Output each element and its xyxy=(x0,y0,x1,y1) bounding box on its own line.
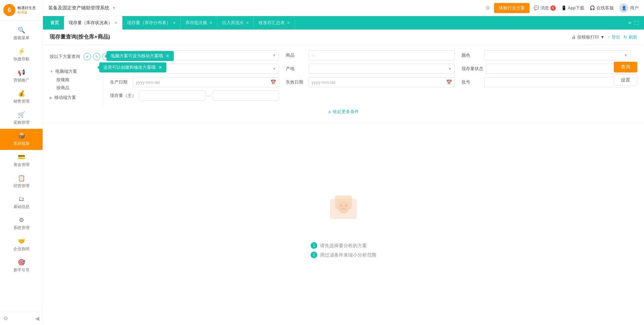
sidebar-item-inventory[interactable]: 📦 库存核算 xyxy=(0,129,43,150)
tab-batch-ledger[interactable]: 库存批次账 ✕ xyxy=(181,16,217,30)
goods-select[interactable]: ··· xyxy=(309,50,455,60)
edit-tooltip-close[interactable]: ✕ xyxy=(158,65,162,70)
headset-icon: 🎧 xyxy=(590,5,595,10)
query-button[interactable]: 查询 xyxy=(614,62,637,72)
filter-row-1: 仓库 ··· ▼ 商品 ··· xyxy=(110,50,631,60)
export-icon: ↑ xyxy=(608,35,610,40)
expire-date-input[interactable]: yyyy-mm-dd 📅 xyxy=(309,77,455,87)
add-scheme-button[interactable]: + xyxy=(84,53,91,60)
filter-row-3: 生产日期 yyyy-mm-dd 📅 失效日期 yyyy-mm-dd 📅 xyxy=(110,77,631,87)
avatar: 👤 xyxy=(619,3,629,13)
messages-badge: 6 xyxy=(550,5,556,11)
warehouse-arrow-icon: ▼ xyxy=(272,53,276,57)
batch-input[interactable] xyxy=(484,77,631,87)
stock-main-to-input[interactable] xyxy=(213,91,279,101)
sidebar-item-quick[interactable]: ⚡ 快捷导航 xyxy=(0,44,43,65)
empty-step-2: 2 用过滤条件来缩小分析范围 xyxy=(311,250,376,260)
tab-close-inventory-dist[interactable]: ✕ xyxy=(173,21,176,25)
filter-goods: 商品 ··· xyxy=(286,50,455,60)
step-2-num: 2 xyxy=(311,252,317,258)
color-select[interactable]: ▼ xyxy=(484,50,631,60)
scheme-group-pc: ▼ 电脑端方案 按规格 按商品 xyxy=(50,67,103,92)
scheme-group-mobile: ▶ 移动端方案 xyxy=(50,93,103,102)
collapse-sidebar-icon[interactable]: ◀ xyxy=(35,315,39,322)
sidebar-item-operations[interactable]: 📋 经营管理 xyxy=(0,171,43,192)
svg-point-4 xyxy=(345,205,347,207)
template-print-button[interactable]: 🖨 按模板打印 ▼ xyxy=(572,34,605,40)
stock-status-select[interactable]: ▼ xyxy=(486,64,631,74)
sidebar-nav: 🔍 搜索菜单 ⚡ 快捷导航 📢 营销推广 💰 销售管理 🛒 采购管理 📦 库存核… xyxy=(0,20,43,312)
tab-minimize-icon[interactable]: ✕ xyxy=(628,20,632,25)
sidebar-item-enterprise[interactable]: 🤝 企业协同 xyxy=(0,234,43,255)
enterprise-icon: 🤝 xyxy=(18,237,25,245)
mobile-scheme-header[interactable]: ▶ 移动端方案 xyxy=(50,93,103,102)
origin-select[interactable]: ▼ xyxy=(309,64,455,74)
filter-by-scheme-label: 按以下方案查询 xyxy=(50,54,80,60)
sidebar-item-purchase[interactable]: 🛒 采购管理 xyxy=(0,108,43,129)
topbar-right: 💬 消息 6 📱 App下载 🎧 在线客服 👤 用户 xyxy=(534,3,639,13)
collapse-row: ∧ 收起更多条件 xyxy=(50,106,637,117)
tab-summary[interactable]: 收发存汇总表 ✕ xyxy=(254,16,295,30)
empty-illustration xyxy=(323,189,364,235)
sidebar-item-system[interactable]: ⚙ 系统管理 xyxy=(0,213,43,234)
sidebar-item-sales[interactable]: 💰 销售管理 xyxy=(0,87,43,108)
filter-fields: 仓库 ··· ▼ 商品 ··· xyxy=(103,50,637,106)
online-support-button[interactable]: 🎧 在线客服 xyxy=(590,5,614,11)
tab-close-flow[interactable]: ✕ xyxy=(246,21,249,25)
filter-stock-status: 现存量状态 ▼ xyxy=(462,64,631,74)
search-icon: 🔍 xyxy=(18,26,25,34)
tab-close-inventory-status[interactable]: ✕ xyxy=(114,21,117,25)
filter-batch: 批号 xyxy=(462,77,631,87)
pc-arrow-icon: ▼ xyxy=(50,69,53,73)
app-download-button[interactable]: 📱 App下载 xyxy=(561,5,584,11)
scheme-item-by-spec[interactable]: 按规格 xyxy=(56,76,103,84)
experience-button[interactable]: 体验行业方案 xyxy=(494,3,530,13)
reset-button[interactable]: 设置 xyxy=(614,74,637,86)
edit-scheme-button[interactable]: ✎ xyxy=(93,53,100,60)
refresh-button[interactable]: ↻ 刷新 xyxy=(624,34,637,40)
marketing-icon: 📢 xyxy=(18,69,25,76)
sidebar-item-newbie[interactable]: 🎯 新手引导 xyxy=(0,255,43,276)
tab-flow[interactable]: 出入库流水 ✕ xyxy=(217,16,254,30)
color-arrow-icon: ▼ xyxy=(624,53,628,57)
user-profile[interactable]: 👤 用户 xyxy=(619,3,639,13)
sidebar-item-label: 经营管理 xyxy=(13,183,30,189)
stock-main-range: — xyxy=(139,91,279,101)
tab-inventory-dist[interactable]: 现存量（库存分布表） ✕ xyxy=(122,16,181,30)
messages-button[interactable]: 💬 消息 6 xyxy=(534,5,556,11)
empty-description: 1 请先选择要分析的方案 2 用过滤条件来缩小分析范围 xyxy=(311,241,376,260)
collapse-button[interactable]: ∧ 收起更多条件 xyxy=(328,109,359,115)
pc-scheme-header[interactable]: ▼ 电脑端方案 xyxy=(50,67,103,76)
settings-bottom-icon[interactable]: ⚙ xyxy=(3,315,8,322)
filter-color: 颜色 ▼ xyxy=(462,50,631,60)
sidebar-item-label: 系统管理 xyxy=(13,225,30,231)
scheme-item-by-goods[interactable]: 按商品 xyxy=(56,84,103,92)
stock-main-from-input[interactable] xyxy=(139,91,206,101)
tab-close-batch-ledger[interactable]: ✕ xyxy=(209,21,212,25)
filter-expire-date: 失效日期 yyyy-mm-dd 📅 xyxy=(286,77,455,87)
tab-maximize-icon[interactable]: ⛶ xyxy=(634,20,639,25)
phone-icon: 📱 xyxy=(561,5,567,10)
refresh-icon: ↻ xyxy=(624,35,627,40)
quick-icon: ⚡ xyxy=(18,48,25,55)
message-icon: 💬 xyxy=(534,5,539,10)
svg-point-3 xyxy=(340,205,342,207)
tab-home[interactable]: 首页 xyxy=(46,16,64,30)
export-button[interactable]: ↑ 导出 xyxy=(608,34,621,40)
topbar-gear-icon[interactable]: ⚙ xyxy=(485,5,490,11)
prod-date-input[interactable]: yyyy-mm-dd 📅 xyxy=(133,77,279,87)
tab-close-summary[interactable]: ✕ xyxy=(287,21,290,25)
scheme-tooltip-close[interactable]: ✕ xyxy=(166,53,170,59)
sidebar-item-marketing[interactable]: 📢 营销推广 xyxy=(0,65,43,87)
sidebar-item-label: 基础信息 xyxy=(13,204,30,210)
system-dropdown-arrow[interactable]: ▼ xyxy=(112,6,116,10)
sidebar-item-finance[interactable]: 💳 资金管理 xyxy=(0,150,43,171)
sidebar-item-basic[interactable]: 🗂 基础信息 xyxy=(0,192,43,213)
topbar: 装备及固定资产辅助管理系统 ▼ ⚙ 体验行业方案 💬 消息 6 📱 App下载 … xyxy=(43,0,644,16)
empty-state: 1 请先选择要分析的方案 2 用过滤条件来缩小分析范围 xyxy=(43,123,644,325)
sales-icon: 💰 xyxy=(18,90,25,97)
tabbar-end: ✕ ⛶ xyxy=(625,20,641,25)
sidebar-item-label: 快捷导航 xyxy=(13,56,30,62)
tab-inventory-status[interactable]: 现存量（库存状况表） ✕ xyxy=(64,16,122,30)
sidebar-item-search[interactable]: 🔍 搜索菜单 xyxy=(0,23,43,44)
